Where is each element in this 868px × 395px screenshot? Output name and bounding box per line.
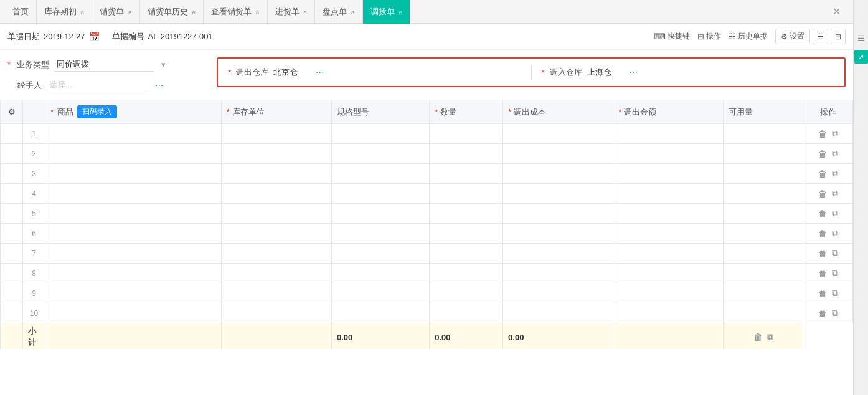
row-available-6[interactable] [724, 224, 803, 244]
row-copy-5[interactable]: ⧉ [832, 208, 838, 219]
row-spec-7[interactable] [331, 244, 429, 264]
row-goods-7[interactable] [45, 244, 222, 264]
row-unit-9[interactable] [221, 283, 331, 303]
close-sales-order[interactable]: × [128, 8, 131, 16]
row-delete-9[interactable]: 🗑 [818, 288, 827, 298]
tab-inventory-init[interactable]: 库存期初 × [37, 0, 92, 24]
row-unit-7[interactable] [221, 244, 331, 264]
row-delete-10[interactable]: 🗑 [818, 308, 827, 318]
tab-view-sales[interactable]: 查看销货单 × [204, 0, 267, 24]
handler-value[interactable]: 选择... [47, 78, 146, 92]
row-available-10[interactable] [724, 303, 803, 323]
row-available-9[interactable] [724, 283, 803, 303]
close-sales-history[interactable]: × [192, 8, 196, 16]
history-btn[interactable]: ☷ 历史单据 [729, 31, 768, 42]
row-cost-3[interactable] [503, 164, 613, 184]
row-cost-5[interactable] [503, 204, 613, 224]
close-inventory-init[interactable]: × [80, 8, 84, 16]
row-unit-6[interactable] [221, 224, 331, 244]
out-warehouse-value[interactable]: 北京仓 [273, 67, 311, 78]
row-cost-4[interactable] [503, 184, 613, 204]
row-qty-5[interactable] [430, 204, 503, 224]
row-spec-1[interactable] [331, 124, 429, 144]
row-amount-3[interactable] [613, 164, 724, 184]
row-goods-5[interactable] [45, 204, 222, 224]
row-cost-7[interactable] [503, 244, 613, 264]
settings-button[interactable]: ⚙ 设置 [775, 29, 810, 44]
row-available-1[interactable] [724, 124, 803, 144]
row-delete-2[interactable]: 🗑 [818, 149, 827, 159]
row-available-8[interactable] [724, 264, 803, 283]
row-goods-10[interactable] [45, 303, 222, 323]
in-warehouse-more-btn[interactable]: ··· [630, 67, 638, 78]
sidebar-list-btn[interactable]: ☰ [854, 31, 868, 45]
row-spec-10[interactable] [331, 303, 429, 323]
row-qty-6[interactable] [430, 224, 503, 244]
row-qty-7[interactable] [430, 244, 503, 264]
calendar-icon[interactable]: 📅 [89, 32, 100, 42]
row-unit-8[interactable] [221, 264, 331, 283]
row-cost-6[interactable] [503, 224, 613, 244]
row-cost-2[interactable] [503, 144, 613, 164]
row-qty-9[interactable] [430, 283, 503, 303]
biz-type-dropdown[interactable]: ▾ [161, 60, 166, 69]
scan-entry-button[interactable]: 扫码录入 [77, 105, 117, 118]
row-available-7[interactable] [724, 244, 803, 264]
tab-purchase-order[interactable]: 进货单 × [268, 0, 315, 24]
biz-type-value[interactable]: 同价调拨 [54, 57, 154, 72]
row-cost-1[interactable] [503, 124, 613, 144]
row-cost-10[interactable] [503, 303, 613, 323]
row-goods-4[interactable] [45, 184, 222, 204]
row-copy-10[interactable]: ⧉ [832, 308, 838, 318]
layout-grid-button[interactable]: ⊟ [831, 29, 846, 44]
row-qty-10[interactable] [430, 303, 503, 323]
row-unit-2[interactable] [221, 144, 331, 164]
row-available-5[interactable] [724, 204, 803, 224]
subtotal-copy-icon[interactable]: ⧉ [767, 332, 773, 343]
row-amount-8[interactable] [613, 264, 724, 283]
row-qty-4[interactable] [430, 184, 503, 204]
row-qty-1[interactable] [430, 124, 503, 144]
row-goods-9[interactable] [45, 283, 222, 303]
shortcuts-btn[interactable]: ⌨ 快捷键 [654, 31, 690, 42]
row-cost-9[interactable] [503, 283, 613, 303]
tab-home[interactable]: 首页 [5, 0, 37, 24]
close-view-sales[interactable]: × [255, 8, 259, 16]
row-spec-8[interactable] [331, 264, 429, 283]
row-copy-2[interactable]: ⧉ [832, 148, 838, 159]
row-delete-5[interactable]: 🗑 [818, 209, 827, 219]
row-amount-2[interactable] [613, 144, 724, 164]
row-delete-1[interactable]: 🗑 [818, 129, 827, 139]
row-qty-2[interactable] [430, 144, 503, 164]
row-copy-7[interactable]: ⧉ [832, 248, 838, 259]
row-cost-8[interactable] [503, 264, 613, 283]
row-spec-2[interactable] [331, 144, 429, 164]
row-amount-9[interactable] [613, 283, 724, 303]
row-unit-10[interactable] [221, 303, 331, 323]
in-warehouse-value[interactable]: 上海仓 [587, 67, 625, 78]
row-goods-1[interactable] [45, 124, 222, 144]
row-spec-6[interactable] [331, 224, 429, 244]
row-unit-1[interactable] [221, 124, 331, 144]
row-amount-1[interactable] [613, 124, 724, 144]
row-delete-8[interactable]: 🗑 [818, 269, 827, 278]
row-delete-4[interactable]: 🗑 [818, 189, 827, 199]
close-stocktake[interactable]: × [351, 8, 354, 16]
row-available-2[interactable] [724, 144, 803, 164]
sidebar-export-btn[interactable]: ↗ [854, 50, 868, 64]
row-available-4[interactable] [724, 184, 803, 204]
tab-stocktake[interactable]: 盘点单 × [315, 0, 362, 24]
close-transfer[interactable]: × [399, 8, 402, 16]
row-copy-8[interactable]: ⧉ [832, 268, 838, 278]
subtotal-delete-icon[interactable]: 🗑 [753, 332, 762, 342]
row-amount-6[interactable] [613, 224, 724, 244]
row-delete-7[interactable]: 🗑 [818, 249, 827, 259]
row-available-3[interactable] [724, 164, 803, 184]
row-copy-6[interactable]: ⧉ [832, 228, 838, 239]
row-goods-8[interactable] [45, 264, 222, 283]
gear-column-header[interactable]: ⚙ [1, 100, 23, 124]
row-qty-8[interactable] [430, 264, 503, 283]
tab-sales-order[interactable]: 销货单 × [92, 0, 139, 24]
row-delete-6[interactable]: 🗑 [818, 229, 827, 239]
row-spec-9[interactable] [331, 283, 429, 303]
